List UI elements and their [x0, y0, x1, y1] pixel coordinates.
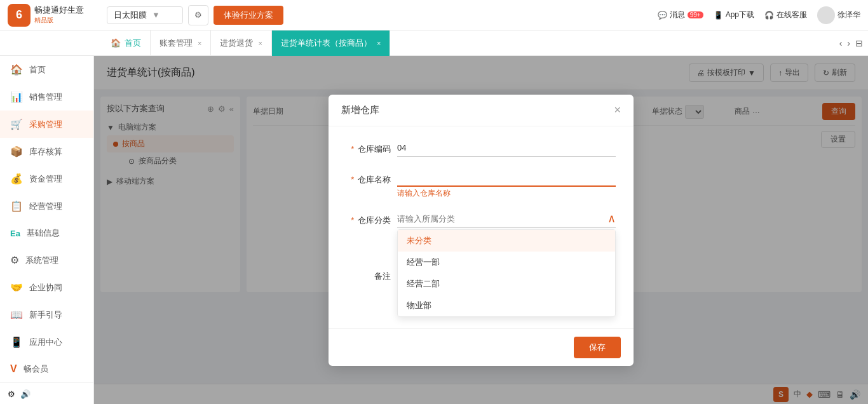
- enterprise-icon: 🤝: [10, 281, 23, 293]
- trial-button[interactable]: 体验行业方案: [214, 6, 283, 25]
- store-selector[interactable]: 日太阳膜 ▼: [107, 6, 183, 24]
- tab-next-icon[interactable]: ›: [847, 38, 850, 48]
- message-icon: 💬: [658, 11, 667, 20]
- category-option-unclassified[interactable]: 未分类: [398, 230, 615, 252]
- sidebar-item-finance[interactable]: 💰 资金管理: [0, 165, 93, 192]
- sidebar-inventory-label: 库存核算: [29, 146, 62, 158]
- sidebar-item-purchase[interactable]: 🛒 采购管理: [0, 111, 93, 138]
- app-name: 畅捷通好生意: [34, 5, 84, 16]
- operation-icon: 📋: [10, 200, 23, 212]
- username-label: 徐泽华: [837, 10, 860, 20]
- category-input-row: ∧: [397, 210, 616, 228]
- warehouse-category-label: * 仓库分类: [346, 210, 391, 226]
- online-service-label: 在线客服: [776, 10, 807, 20]
- headset-icon: 🎧: [764, 11, 774, 20]
- sidebar-item-enterprise[interactable]: 🤝 企业协同: [0, 274, 93, 301]
- sidebar-item-inventory[interactable]: 📦 库存核算: [0, 138, 93, 165]
- tab-home-label: 首页: [125, 37, 141, 49]
- sidebar-item-basic-info[interactable]: Ea 基础信息: [0, 220, 93, 246]
- store-name: 日太阳膜: [114, 10, 147, 21]
- sidebar-item-sales[interactable]: 📊 销售管理: [0, 83, 93, 111]
- home-icon: 🏠: [111, 38, 121, 48]
- new-warehouse-modal: 新增仓库 × * 仓库编码: [329, 95, 634, 366]
- gear-icon: ⚙: [194, 10, 202, 20]
- tab-controls: ‹ › ⊟: [839, 38, 868, 48]
- message-item[interactable]: 💬 消息 99+: [658, 10, 703, 20]
- sidebar-sales-label: 销售管理: [29, 91, 62, 103]
- app-center-icon: 📱: [10, 336, 23, 348]
- modal-header: 新增仓库 ×: [329, 95, 634, 126]
- tab-purchase-return-label: 进货退货: [220, 37, 253, 49]
- gear-button[interactable]: ⚙: [188, 5, 208, 25]
- form-row-name: * 仓库名称 请输入仓库名称: [346, 168, 616, 199]
- category-dropdown-wrapper: ∧ 未分类 经营一部 经营二部 物业部: [397, 210, 616, 228]
- sidebar-item-app-center[interactable]: 📱 应用中心: [0, 328, 93, 356]
- app-badge: 精品版: [34, 16, 84, 25]
- tab-purchase-return-close[interactable]: ×: [258, 39, 262, 47]
- tab-purchase-return[interactable]: 进货退货 ×: [211, 30, 271, 56]
- sidebar-item-system[interactable]: ⚙ 系统管理: [0, 246, 93, 274]
- warehouse-name-input[interactable]: [397, 168, 616, 187]
- message-badge: 99+: [688, 11, 703, 18]
- sidebar-basic-info-label: 基础信息: [27, 227, 60, 239]
- main-layout: 🏠 首页 📊 销售管理 🛒 采购管理 📦 库存核算 💰 资金管理 📋 经营管理 …: [0, 56, 868, 404]
- category-option-property[interactable]: 物业部: [398, 295, 615, 316]
- sidebar-item-vip[interactable]: V 畅会员: [0, 356, 93, 382]
- vip-icon: V: [10, 363, 17, 375]
- app-download-item[interactable]: 📱 App下载: [714, 10, 754, 20]
- store-dropdown-arrow: ▼: [152, 10, 160, 20]
- form-row-code: * 仓库编码: [346, 139, 616, 157]
- user-item[interactable]: 徐泽华: [817, 6, 860, 24]
- online-service-item[interactable]: 🎧 在线客服: [764, 10, 807, 20]
- top-right-area: 💬 消息 99+ 📱 App下载 🎧 在线客服 徐泽华: [658, 6, 860, 24]
- home-sidebar-icon: 🏠: [10, 64, 23, 76]
- modal-save-button[interactable]: 保存: [574, 337, 621, 358]
- sidebar-vip-label: 畅会员: [24, 363, 48, 375]
- tab-home[interactable]: 🏠 首页: [102, 30, 151, 56]
- tab-purchase-stats-close[interactable]: ×: [377, 39, 381, 47]
- category-option-dept1[interactable]: 经营一部: [398, 252, 615, 273]
- tab-bar: 🏠 首页 账套管理 × 进货退货 × 进货单统计表（按商品） × ‹ › ⊟: [0, 30, 868, 56]
- inventory-icon: 📦: [10, 145, 23, 158]
- tab-account-close[interactable]: ×: [198, 39, 201, 47]
- sidebar-system-label: 系统管理: [25, 255, 58, 266]
- sidebar-bottom: ⚙ 🔊: [0, 382, 93, 404]
- content-area: 进货单统计(按商品) 🖨 按模板打印 ▼ ↑ 导出 ↻ 刷新: [94, 56, 868, 404]
- category-dropdown-list: 未分类 经营一部 经营二部 物业部: [397, 229, 616, 317]
- volume-icon[interactable]: 🔊: [20, 389, 31, 399]
- sidebar-guide-label: 新手引导: [29, 309, 62, 321]
- sidebar-operation-label: 经营管理: [29, 201, 62, 212]
- tab-purchase-stats[interactable]: 进货单统计表（按商品） ×: [272, 30, 390, 56]
- modal-body: * 仓库编码 * 仓库名称: [329, 126, 634, 328]
- sidebar: 🏠 首页 📊 销售管理 🛒 采购管理 📦 库存核算 💰 资金管理 📋 经营管理 …: [0, 56, 94, 404]
- sidebar-item-home[interactable]: 🏠 首页: [0, 56, 93, 83]
- modal-close-button[interactable]: ×: [614, 104, 621, 117]
- sidebar-item-guide[interactable]: 📖 新手引导: [0, 301, 93, 328]
- finance-icon: 💰: [10, 173, 23, 185]
- purchase-icon: 🛒: [10, 118, 23, 130]
- category-dropdown-toggle[interactable]: ∧: [607, 212, 616, 226]
- tab-menu-icon[interactable]: ⊟: [855, 38, 863, 48]
- logo-area: 6 畅捷通好生意 精品版: [8, 4, 102, 27]
- sidebar-enterprise-label: 企业协同: [29, 282, 62, 293]
- remark-label: 备注: [346, 266, 391, 282]
- category-option-dept2[interactable]: 经营二部: [398, 273, 615, 295]
- sidebar-home-label: 首页: [29, 64, 46, 76]
- sales-icon: 📊: [10, 91, 23, 103]
- phone-icon: 📱: [714, 11, 723, 20]
- system-icon: ⚙: [10, 254, 19, 266]
- tab-prev-icon[interactable]: ‹: [839, 38, 843, 48]
- top-navigation: 6 畅捷通好生意 精品版 日太阳膜 ▼ ⚙ 体验行业方案 💬 消息 99+ 📱 …: [0, 0, 868, 30]
- tab-account[interactable]: 账套管理 ×: [151, 30, 211, 56]
- warehouse-category-input[interactable]: [397, 214, 616, 224]
- settings-icon-sidebar[interactable]: ⚙: [8, 389, 15, 399]
- warehouse-name-label: * 仓库名称: [346, 170, 391, 185]
- basic-info-icon: Ea: [10, 229, 20, 238]
- warehouse-code-input[interactable]: [397, 139, 616, 157]
- sidebar-item-operation[interactable]: 📋 经营管理: [0, 192, 93, 220]
- guide-icon: 📖: [10, 309, 23, 321]
- modal-title: 新增仓库: [341, 104, 379, 116]
- warehouse-name-error: 请输入仓库名称: [346, 188, 451, 199]
- form-row-category: * 仓库分类 ∧ 未分类 经营一部 经: [346, 210, 616, 228]
- modal-footer: 保存: [329, 328, 634, 366]
